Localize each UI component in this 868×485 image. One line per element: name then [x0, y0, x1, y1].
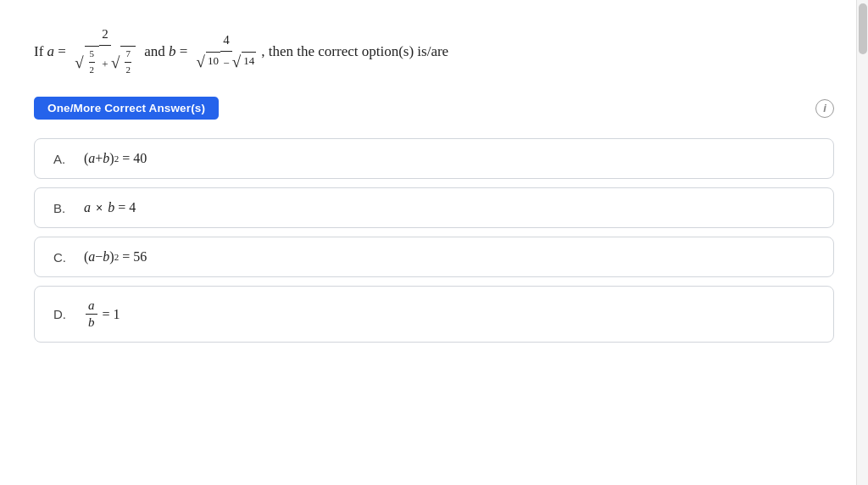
b-denom: √ 10 − √ 14 — [194, 52, 259, 73]
option-d-frac: a b — [86, 298, 97, 330]
a-denom-sqrt2: √ 7 2 — [111, 47, 136, 78]
b-expression: 4 √ 10 − √ 14 — [192, 30, 262, 73]
option-b[interactable]: B. a × b = 4 — [34, 187, 834, 228]
question-prefix: If a = — [34, 40, 70, 63]
scrollbar[interactable] — [856, 0, 868, 485]
option-a-label: A. — [53, 152, 70, 166]
b-sqrt1-val: 10 — [206, 52, 220, 70]
option-a[interactable]: A. (a + b)2 = 40 — [34, 138, 834, 179]
a-fraction: 2 √ 5 2 + √ — [72, 24, 138, 78]
question-suffix: , then the correct option(s) is/are — [261, 40, 448, 63]
a-sqrt1-denom: 2 — [89, 63, 96, 78]
option-c-superscript: 2 — [114, 252, 120, 262]
b-fraction: 4 √ 10 − √ 14 — [194, 30, 259, 73]
b-sqrt2-val: 14 — [242, 52, 256, 70]
plus-sign: + — [102, 58, 108, 70]
option-d-content: a b = 1 — [84, 298, 120, 330]
page-container: If a = 2 √ 5 2 + — [0, 0, 868, 368]
b-sqrt-symbol-1: √ — [197, 53, 205, 70]
b-minus: − — [223, 57, 229, 70]
b-numer: 4 — [220, 30, 232, 52]
option-b-label: B. — [53, 201, 70, 215]
a-numer: 2 — [99, 24, 111, 46]
b-sqrt2-wrap: √ 14 — [232, 53, 256, 71]
option-d[interactable]: D. a b = 1 — [34, 286, 834, 343]
sqrt-symbol-1: √ — [75, 54, 83, 70]
option-b-content: a × b = 4 — [84, 200, 136, 215]
sqrt-symbol-2: √ — [111, 54, 120, 70]
option-a-superscript: 2 — [114, 153, 120, 164]
info-icon[interactable]: i — [815, 99, 834, 118]
option-c-label: C. — [53, 250, 70, 265]
a-sqrt2-numer: 7 — [125, 47, 131, 63]
badge-row: One/More Correct Answer(s) i — [34, 97, 834, 120]
option-c[interactable]: C. (a − b)2 = 56 — [34, 237, 834, 277]
question-text: If a = 2 √ 5 2 + — [34, 15, 834, 78]
answer-type-badge: One/More Correct Answer(s) — [34, 97, 219, 120]
option-d-frac-numer: a — [86, 298, 97, 315]
a-sqrt1-content: 5 2 — [85, 46, 100, 77]
option-d-frac-denom: b — [86, 315, 97, 330]
a-sqrt1-numer: 5 — [89, 47, 96, 63]
a-expression: 2 √ 5 2 + √ — [70, 24, 141, 78]
times-symbol: × — [96, 201, 103, 215]
scrollbar-thumb[interactable] — [859, 3, 867, 54]
a-sqrt2-frac: 7 2 — [125, 47, 131, 77]
option-a-content: (a + b)2 = 40 — [84, 151, 147, 166]
option-c-content: (a − b)2 = 56 — [84, 249, 147, 265]
a-sqrt2-content: 7 2 — [120, 46, 136, 77]
options-list: A. (a + b)2 = 40 B. a × b = 4 C. (a − b)… — [34, 138, 834, 343]
option-d-label: D. — [53, 307, 70, 321]
b-sqrt1-wrap: √ 10 — [197, 53, 220, 71]
a-sqrt2-denom: 2 — [125, 63, 131, 78]
a-denom-sqrt1: √ 5 2 — [75, 47, 99, 78]
b-sqrt-symbol-2: √ — [232, 53, 241, 70]
a-denom: √ 5 2 + √ 7 — [72, 46, 138, 78]
a-sqrt1-frac: 5 2 — [89, 47, 96, 77]
badge-label: One/More Correct Answer(s) — [47, 102, 205, 114]
and-label: and b = — [141, 40, 192, 63]
